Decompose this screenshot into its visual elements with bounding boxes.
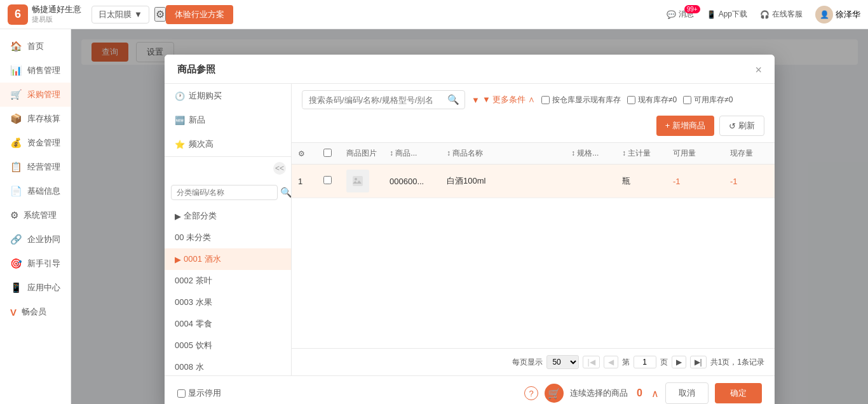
sidebar-item-sales[interactable]: 📊 销售管理	[0, 58, 71, 83]
sidebar-item-ops[interactable]: 📋 经营管理	[0, 155, 71, 179]
product-search-button[interactable]: 🔍	[442, 91, 465, 109]
sidebar-item-system[interactable]: ⚙ 系统管理	[0, 203, 71, 227]
nav-selector[interactable]: 日太阳膜 ▼	[92, 6, 149, 24]
sidebar-item-label: 应用中心	[27, 282, 60, 293]
category-search-input[interactable]	[171, 185, 278, 200]
category-item-0002[interactable]: 0002 茶叶	[165, 270, 291, 292]
arrow-icon: ▶	[175, 212, 181, 221]
main-layout: 🏠 首页 📊 销售管理 🛒 采购管理 📦 库存核算 💰 资金管理 📋 经营管理 …	[0, 29, 868, 404]
page-word: 第	[622, 357, 630, 368]
category-item-0003[interactable]: 0003 水果	[165, 292, 291, 313]
sidebar-item-label: 资金管理	[27, 137, 60, 149]
category-label: 0003 水果	[175, 297, 212, 308]
tab-new-product[interactable]: 🆕 新品	[165, 108, 291, 132]
page-number-input[interactable]	[634, 356, 656, 368]
online-service-label: 在线客服	[772, 9, 803, 20]
right-panel: 🔍 ▼ ▼ 更多条件 ∧ 按仓库显示现有库存	[292, 84, 775, 375]
confirm-button[interactable]: 确定	[715, 383, 762, 403]
checkbox-stock-nonzero[interactable]: 现有库存≠0	[627, 95, 677, 105]
enterprise-icon: 🔗	[10, 234, 22, 245]
add-product-button[interactable]: + 新增商品	[656, 116, 714, 136]
checkbox-warehouse[interactable]: 按仓库显示现有库存	[541, 95, 621, 105]
help-icon[interactable]: ?	[524, 386, 538, 400]
exp-btn[interactable]: 体验行业方案	[166, 5, 233, 24]
cancel-button[interactable]: 取消	[665, 382, 709, 404]
category-item-0008[interactable]: 0008 水	[165, 356, 291, 375]
star-icon: ⭐	[175, 140, 185, 149]
filter-icon: ▼	[471, 95, 480, 105]
tab-recent-purchase[interactable]: 🕐 近期购买	[165, 84, 291, 108]
refresh-button[interactable]: ↺ 刷新	[719, 116, 764, 136]
sidebar-item-finance[interactable]: 💰 资金管理	[0, 131, 71, 155]
row-checkbox[interactable]	[323, 176, 332, 184]
checkbox-stock-nonzero-label: 现有库存≠0	[638, 95, 677, 105]
user-menu[interactable]: 👤 徐泽华	[815, 6, 860, 24]
sidebar-item-guide[interactable]: 🎯 新手引导	[0, 252, 71, 276]
avatar: 👤	[815, 6, 833, 24]
checkbox-stock-nonzero-input[interactable]	[627, 96, 635, 104]
next-page-button[interactable]: ▶	[672, 356, 686, 368]
settings-icon[interactable]: ⚙	[298, 149, 305, 158]
modal-header: 商品参照 ×	[165, 55, 775, 84]
app-download-item[interactable]: 📱 App下载	[707, 9, 747, 20]
cart-button[interactable]: 🛒	[545, 384, 564, 403]
row-code: 000600...	[383, 165, 440, 198]
messages-badge: 99+	[684, 5, 700, 13]
table-header-row: ⚙ 商品图片 ↕ 商品...	[292, 143, 775, 165]
online-service-item[interactable]: 🎧 在线客服	[760, 9, 803, 20]
first-page-button[interactable]: |◀	[583, 356, 599, 368]
category-item-0001[interactable]: ▶ 0001 酒水	[165, 248, 291, 270]
sidebar-item-inventory[interactable]: 📦 库存核算	[0, 107, 71, 131]
collapse-button[interactable]: <<	[273, 162, 286, 175]
checkbox-avail-nonzero[interactable]: 可用库存≠0	[683, 95, 733, 105]
search-input-wrap: 🔍	[302, 90, 465, 109]
sidebar-item-label: 首页	[27, 41, 44, 52]
category-item-0005[interactable]: 0005 饮料	[165, 335, 291, 356]
tab-high-freq[interactable]: ⭐ 频次高	[165, 132, 291, 156]
settings-icon[interactable]: ⚙	[154, 7, 166, 22]
category-item-00[interactable]: 00 未分类	[165, 227, 291, 248]
select-all-checkbox[interactable]	[323, 149, 332, 157]
category-item-0004[interactable]: 0004 零食	[165, 313, 291, 335]
cart-expand-button[interactable]: ∧	[651, 387, 659, 400]
product-search-input[interactable]	[302, 92, 442, 108]
row-stock: -1	[724, 165, 775, 198]
sort-icon: ↕	[571, 149, 575, 158]
checkbox-avail-nonzero-input[interactable]	[683, 96, 691, 104]
row-check[interactable]	[317, 165, 340, 198]
col-header-unit[interactable]: ↕ 主计量	[616, 143, 667, 165]
category-label: 0005 饮料	[175, 340, 212, 351]
last-page-button[interactable]: ▶|	[690, 356, 707, 368]
display-disabled-checkbox[interactable]	[177, 389, 186, 398]
display-disabled-label[interactable]: 显示停用	[177, 387, 221, 399]
checkbox-warehouse-input[interactable]	[541, 96, 550, 104]
sidebar-item-apps[interactable]: 📱 应用中心	[0, 276, 71, 300]
col-header-code[interactable]: ↕ 商品...	[383, 143, 440, 165]
sidebar-item-member[interactable]: V 畅会员	[0, 300, 71, 324]
checkbox-warehouse-label: 按仓库显示现有库存	[552, 95, 621, 105]
category-item-all[interactable]: ▶ 全部分类	[165, 205, 291, 227]
tab-label: 近期购买	[189, 90, 222, 102]
left-panel-tabs: 🕐 近期购买 🆕 新品 ⭐ 频次高	[165, 84, 291, 157]
col-header-num: ⚙	[292, 143, 317, 165]
col-header-spec[interactable]: ↕ 规格...	[565, 143, 616, 165]
per-page-select[interactable]: 50 20 100	[546, 355, 579, 369]
row-avail: -1	[667, 165, 724, 198]
filter-button[interactable]: ▼ ▼ 更多条件 ∧	[471, 94, 535, 105]
modal-close-button[interactable]: ×	[755, 64, 762, 76]
pagination: 每页显示 50 20 100 |◀ ◀ 第 页 ▶	[292, 348, 775, 375]
table-row[interactable]: 1	[292, 165, 775, 198]
prev-page-button[interactable]: ◀	[604, 356, 618, 368]
apps-icon: 📱	[10, 282, 22, 293]
sidebar-item-home[interactable]: 🏠 首页	[0, 34, 71, 58]
home-icon: 🏠	[10, 41, 22, 52]
category-search-button[interactable]: 🔍	[280, 187, 292, 198]
page-word2: 页	[660, 357, 668, 368]
messages-item[interactable]: 💬 消息 99+	[667, 9, 694, 20]
nav-selector-label: 日太阳膜	[98, 9, 132, 20]
cart-count: 0	[637, 387, 642, 399]
sidebar-item-basic[interactable]: 📄 基础信息	[0, 179, 71, 203]
sidebar-item-purchase[interactable]: 🛒 采购管理	[0, 83, 71, 107]
sidebar-item-enterprise[interactable]: 🔗 企业协同	[0, 227, 71, 252]
col-header-name[interactable]: ↕ 商品名称	[440, 143, 565, 165]
